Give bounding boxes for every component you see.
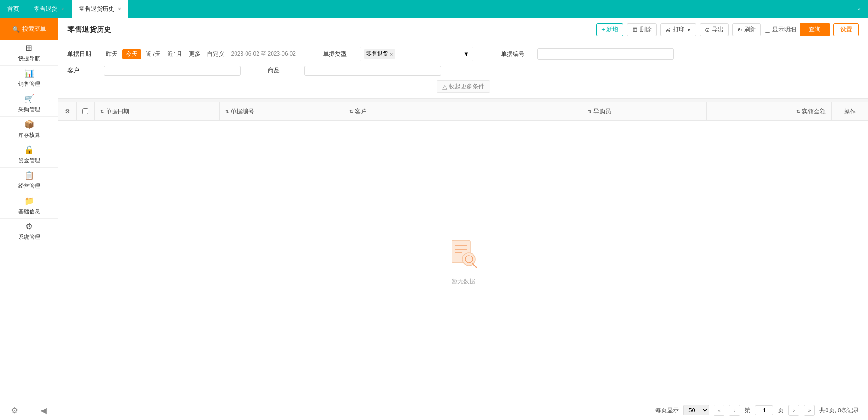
- export-button[interactable]: ⊙ 导出: [700, 23, 729, 36]
- doc-type-tag-close[interactable]: ×: [390, 51, 393, 57]
- next-page-button[interactable]: ›: [788, 405, 799, 416]
- th-customer[interactable]: ⇅ 客户: [344, 102, 582, 120]
- collapse-sidebar-icon[interactable]: ◀: [41, 405, 47, 415]
- doc-type-select[interactable]: 零售退货 × ▼: [360, 47, 473, 61]
- goods-select[interactable]: ...: [304, 66, 441, 76]
- new-button[interactable]: + 新增: [596, 23, 623, 36]
- export-icon: ⊙: [705, 26, 710, 33]
- goods-label: 商品: [268, 67, 295, 75]
- date-range-display: 2023-06-02 至 2023-06-02: [231, 50, 295, 58]
- sort-customer-icon: ⇅: [349, 109, 353, 114]
- sidebar-item-purchase-mgmt[interactable]: 🛒 采购管理: [0, 91, 58, 117]
- prev-page-button[interactable]: ‹: [729, 405, 740, 416]
- pagination: 每页显示 50 10 20 100 « ‹ 第 页 › » 共0页, 0条记录: [58, 400, 868, 420]
- ops-icon: 📋: [24, 170, 34, 180]
- sidebar: 🔍 搜索菜单 ⊞ 快捷导航 📊 销售管理 🛒 采购管理 📦 库存核算 🔒 资金管…: [0, 18, 58, 420]
- show-detail-checkbox-label[interactable]: 显示明细: [765, 26, 796, 34]
- th-date[interactable]: ⇅ 单据日期: [95, 102, 220, 120]
- first-page-button[interactable]: «: [714, 405, 724, 416]
- goods-dots: ...: [308, 68, 313, 73]
- date-label: 单据日期: [67, 50, 95, 58]
- tab-retail-return-close[interactable]: ×: [61, 6, 64, 12]
- tab-home[interactable]: 首页: [0, 0, 26, 18]
- sort-docno-icon: ⇅: [225, 109, 229, 114]
- refresh-button[interactable]: ↻ 刷新: [732, 23, 761, 36]
- customer-select[interactable]: ...: [104, 66, 241, 76]
- page-size-label: 每页显示: [655, 406, 679, 415]
- empty-text: 暂无数据: [452, 277, 475, 286]
- sidebar-item-ops-mgmt[interactable]: 📋 经营管理: [0, 168, 58, 193]
- th-guide[interactable]: ⇅ 导购员: [582, 102, 707, 120]
- top-tab-bar: 首页 零售退货 × 零售退货历史 × ×: [0, 0, 868, 18]
- doc-type-tag: 零售退货 ×: [364, 49, 395, 59]
- sidebar-item-quick-nav[interactable]: ⊞ 快捷导航: [0, 40, 58, 66]
- refresh-icon: ↻: [737, 26, 742, 33]
- header-actions: + 新增 🗑 删除 🖨 打印 ▼ ⊙ 导出 ↻ 刷新 显示明细: [596, 23, 859, 36]
- table-area: ⚙ ⇅ 单据日期 ⇅ 单据编号 ⇅ 客户 ⇅: [58, 102, 868, 400]
- sort-amount-icon: ⇅: [796, 109, 800, 114]
- tab-retail-return[interactable]: 零售退货 ×: [26, 0, 72, 18]
- show-detail-checkbox[interactable]: [765, 27, 770, 33]
- last-page-button[interactable]: »: [804, 405, 815, 416]
- sort-date-icon: ⇅: [100, 109, 104, 114]
- doc-no-label: 单据编号: [501, 50, 528, 58]
- page-label: 第: [745, 406, 750, 415]
- tab-retail-return-history-close[interactable]: ×: [118, 6, 121, 12]
- th-settings[interactable]: ⚙: [58, 102, 77, 120]
- th-check[interactable]: [77, 102, 95, 120]
- table-settings-icon[interactable]: ⚙: [65, 108, 70, 115]
- sidebar-bottom: ⚙ ◀: [0, 400, 58, 420]
- th-amount[interactable]: ⇅ 实销金额: [707, 102, 832, 120]
- sidebar-item-sales-mgmt[interactable]: 📊 销售管理: [0, 66, 58, 91]
- date-opt-7days[interactable]: 近7天: [144, 49, 163, 59]
- customer-label: 客户: [67, 67, 95, 75]
- basic-info-icon: 📁: [24, 196, 34, 206]
- sys-icon: ⚙: [26, 221, 33, 231]
- tab-retail-return-history[interactable]: 零售退货历史 ×: [72, 0, 128, 18]
- quick-nav-icon: ⊞: [26, 43, 32, 53]
- inventory-icon: 📦: [24, 119, 34, 129]
- finance-icon: 🔒: [24, 145, 34, 155]
- collapse-icon: △: [442, 83, 447, 90]
- date-opt-custom[interactable]: 自定义: [205, 49, 226, 59]
- search-icon: 🔍: [12, 26, 20, 33]
- doc-no-input[interactable]: [537, 48, 674, 60]
- sidebar-search[interactable]: 🔍 搜索菜单: [0, 18, 58, 40]
- delete-button[interactable]: 🗑 删除: [627, 23, 657, 36]
- filter-row-1: 单据日期 昨天 今天 近7天 近1月 更多 自定义 2023-06-02 至 2…: [67, 47, 859, 61]
- table-header: ⚙ ⇅ 单据日期 ⇅ 单据编号 ⇅ 客户 ⇅: [58, 102, 868, 121]
- date-opt-more[interactable]: 更多: [187, 49, 202, 59]
- page-unit: 页: [778, 406, 784, 415]
- date-opt-today[interactable]: 今天: [122, 49, 141, 59]
- settings-button[interactable]: 设置: [833, 23, 859, 36]
- page-size-select[interactable]: 50 10 20 100: [683, 405, 709, 415]
- date-options: 昨天 今天 近7天 近1月 更多 自定义 2023-06-02 至 2023-0…: [104, 49, 296, 59]
- settings-bottom-icon[interactable]: ⚙: [11, 405, 18, 415]
- current-page-input[interactable]: [755, 405, 773, 415]
- total-records-label: 共0页, 0条记录: [819, 406, 859, 415]
- content-area: 零售退货历史 + 新增 🗑 删除 🖨 打印 ▼ ⊙ 导出 ↻ 刷新: [58, 18, 868, 420]
- th-docno[interactable]: ⇅ 单据编号: [220, 102, 344, 120]
- page-title: 零售退货历史: [67, 25, 111, 35]
- collapse-filter-button[interactable]: △ 收起更多条件: [437, 80, 490, 93]
- sidebar-item-basic-info[interactable]: 📁 基础信息: [0, 193, 58, 219]
- sort-guide-icon: ⇅: [588, 109, 591, 114]
- sidebar-item-sys-mgmt[interactable]: ⚙ 系统管理: [0, 219, 58, 244]
- doc-type-chevron-icon: ▼: [463, 51, 469, 57]
- sidebar-item-finance-mgmt[interactable]: 🔒 资金管理: [0, 142, 58, 168]
- filter-area: 单据日期 昨天 今天 近7天 近1月 更多 自定义 2023-06-02 至 2…: [58, 41, 868, 99]
- empty-icon: [445, 236, 482, 272]
- print-button[interactable]: 🖨 打印 ▼: [660, 23, 696, 36]
- query-button[interactable]: 查询: [800, 23, 830, 36]
- date-opt-1month[interactable]: 近1月: [165, 49, 184, 59]
- purchase-icon: 🛒: [24, 94, 34, 104]
- print-icon: 🖨: [665, 26, 671, 33]
- doc-type-label: 单据类型: [323, 50, 350, 58]
- date-opt-yesterday[interactable]: 昨天: [104, 49, 119, 59]
- window-close-button[interactable]: ×: [857, 6, 868, 13]
- sales-icon: 📊: [24, 68, 34, 78]
- print-chevron-icon: ▼: [687, 27, 691, 32]
- sidebar-item-inventory[interactable]: 📦 库存核算: [0, 117, 58, 142]
- select-all-checkbox[interactable]: [82, 108, 88, 114]
- customer-dots: ...: [108, 68, 112, 73]
